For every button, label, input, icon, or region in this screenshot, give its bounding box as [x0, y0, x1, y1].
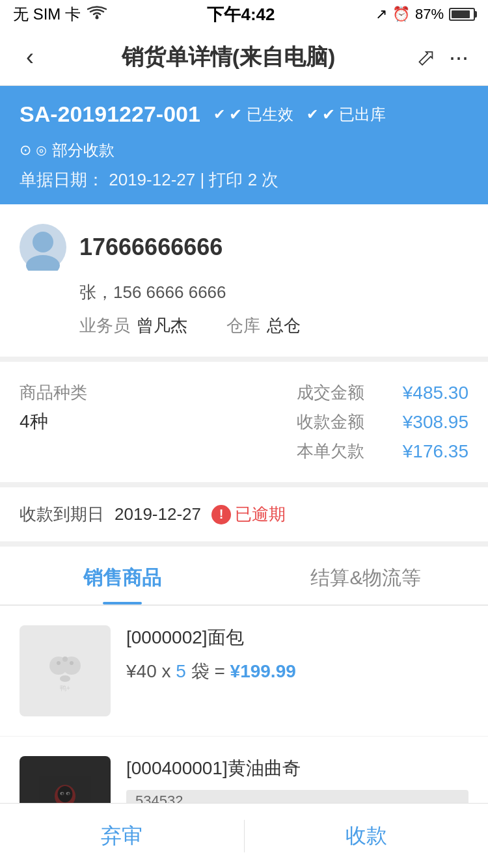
- amount-value: ¥485.30: [377, 383, 468, 403]
- svg-point-7: [70, 661, 74, 665]
- battery-text: 87%: [415, 6, 444, 23]
- clock-icon: ⊙: [20, 142, 31, 159]
- status-time: 下午4:42: [207, 3, 275, 26]
- tab-settlement-label: 结算&物流等: [310, 567, 421, 588]
- share-icon[interactable]: ⬀: [416, 44, 436, 71]
- sales-label: 业务员: [79, 314, 130, 337]
- amount-stats: 成交金额 ¥485.30 收款金额 ¥308.95 本单欠款 ¥176.35: [297, 381, 468, 463]
- category-label: 商品种类: [20, 381, 87, 404]
- status-partial: ⊙ ⊙ 部分收款: [20, 140, 115, 161]
- nav-actions: ⬀ ···: [416, 44, 468, 71]
- svg-point-1: [33, 232, 53, 252]
- debt-row: 本单欠款 ¥176.35: [297, 440, 468, 463]
- overdue-icon: !: [211, 505, 231, 524]
- svg-point-15: [61, 793, 63, 794]
- category-value: 4种: [20, 409, 87, 434]
- collect-payment-button[interactable]: 收款: [245, 809, 489, 863]
- nav-bar: ‹ 销货单详情(来自电脑) ⬀ ···: [0, 29, 488, 86]
- svg-point-16: [67, 793, 69, 794]
- category-stats: 商品种类 4种: [20, 381, 87, 434]
- stats-section: 商品种类 4种 成交金额 ¥485.30 收款金额 ¥308.95 本单欠款 ¥…: [0, 362, 488, 487]
- customer-avatar: [20, 224, 66, 271]
- location-icon: ↗: [375, 6, 387, 23]
- product-name-1: [0000002]面包: [126, 625, 468, 650]
- customer-phone: 17666666666: [79, 234, 223, 261]
- carrier-text: 无 SIM 卡: [13, 4, 81, 25]
- sales-person: 业务员 曾凡杰: [79, 314, 187, 337]
- wifi-icon: [87, 5, 107, 23]
- tab-sales-label: 销售商品: [83, 567, 161, 588]
- tab-sales-products[interactable]: 销售商品: [0, 547, 244, 604]
- more-icon[interactable]: ···: [449, 44, 468, 71]
- overdue-text: 已逾期: [235, 503, 286, 526]
- svg-point-0: [96, 16, 99, 20]
- alarm-icon: ⏰: [392, 6, 410, 23]
- product-item: 鸭+ [0000002]面包 ¥40 x 5 袋 = ¥199.99: [0, 606, 488, 737]
- product-name-2: [000400001]黄油曲奇: [126, 756, 468, 781]
- status-shipped: ✔ ✔ 已出库: [306, 104, 386, 125]
- due-date-section: 收款到期日 2019-12-27 ! 已逾期: [0, 487, 488, 547]
- amount-label: 成交金额: [297, 381, 364, 404]
- product-price-1: ¥40 x 5 袋 = ¥199.99: [126, 659, 468, 684]
- due-label: 收款到期日: [20, 503, 104, 526]
- customer-top: 17666666666: [20, 224, 468, 271]
- sales-value: 曾凡杰: [137, 314, 187, 337]
- received-value: ¥308.95: [377, 412, 468, 433]
- debt-value: ¥176.35: [377, 441, 468, 462]
- warehouse-value: 总仓: [267, 314, 301, 337]
- received-label: 收款金额: [297, 411, 364, 433]
- print-info: | 打印 2 次: [200, 170, 278, 189]
- page-title: 销货单详情(来自电脑): [122, 42, 336, 72]
- product-image-1: 鸭+: [20, 625, 111, 716]
- svg-point-8: [60, 675, 70, 682]
- svg-point-2: [26, 255, 60, 271]
- overdue-badge: ! 已逾期: [211, 503, 286, 526]
- warehouse: 仓库 总仓: [226, 314, 301, 337]
- debt-label: 本单欠款: [297, 440, 364, 463]
- price-base-1: ¥40: [126, 661, 157, 681]
- svg-point-5: [62, 657, 68, 662]
- svg-text:鸭+: 鸭+: [60, 685, 70, 692]
- back-button[interactable]: ‹: [20, 37, 40, 77]
- customer-meta: 业务员 曾凡杰 仓库 总仓: [79, 314, 468, 337]
- order-date-row: 单据日期： 2019-12-27 | 打印 2 次: [20, 169, 468, 191]
- date-value: 2019-12-27: [109, 170, 195, 189]
- customer-name-phone: 张，156 6666 6666: [79, 281, 468, 304]
- status-bar: 无 SIM 卡 下午4:42 ↗ ⏰ 87%: [0, 0, 488, 29]
- order-header: SA-20191227-001 ✔ ✔ 已生效 ✔ ✔ 已出库 ⊙ ⊙ 部分收款…: [0, 86, 488, 204]
- cancel-review-button[interactable]: 弃审: [0, 809, 244, 863]
- status-active: ✔ ✔ 已生效: [213, 104, 293, 125]
- tabs-section: 销售商品 结算&物流等: [0, 547, 488, 606]
- bottom-bar: 弃审 收款: [0, 803, 488, 868]
- battery-icon: [449, 8, 475, 21]
- date-label: 单据日期：: [20, 170, 104, 189]
- check-icon-2: ✔: [306, 106, 318, 123]
- tab-settlement[interactable]: 结算&物流等: [244, 547, 488, 604]
- amount-row: 成交金额 ¥485.30: [297, 381, 468, 404]
- warehouse-label: 仓库: [226, 314, 260, 337]
- customer-section: 17666666666 张，156 6666 6666 业务员 曾凡杰 仓库 总…: [0, 204, 488, 362]
- order-id: SA-20191227-001: [20, 102, 200, 127]
- svg-point-6: [57, 661, 61, 665]
- status-left: 无 SIM 卡: [13, 4, 107, 25]
- svg-point-12: [58, 786, 73, 802]
- product-total-1: ¥199.99: [230, 661, 296, 681]
- received-row: 收款金额 ¥308.95: [297, 411, 468, 433]
- check-icon-1: ✔: [213, 106, 225, 123]
- product-details-1: [0000002]面包 ¥40 x 5 袋 = ¥199.99: [126, 625, 468, 684]
- product-unit-1: 袋: [191, 661, 210, 681]
- status-right: ↗ ⏰ 87%: [375, 6, 475, 23]
- product-qty-1: 5: [176, 661, 186, 681]
- due-date-value: 2019-12-27: [115, 504, 201, 524]
